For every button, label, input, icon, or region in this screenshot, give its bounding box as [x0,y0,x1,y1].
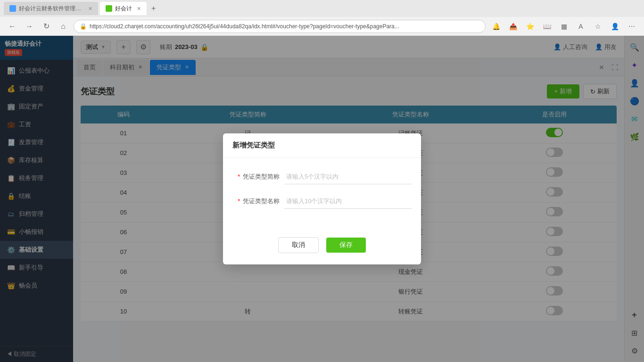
save-button[interactable]: 保存 [326,238,366,253]
browser-tab-2-label: 好会计 [115,5,132,13]
field-abbr-input[interactable] [284,169,412,184]
tab-favicon-1 [9,5,16,12]
browser-tab-2[interactable]: 好会计 ✕ [100,2,147,15]
field-abbr-label: 凭证类型简称 [243,173,280,180]
extensions-btn[interactable]: 🔔 [489,20,503,33]
translate-btn[interactable]: A [574,20,587,33]
form-label-name: * 凭证类型名称 [232,197,284,206]
home-button[interactable]: ⌂ [57,20,70,33]
cancel-button[interactable]: 取消 [278,237,319,253]
url-bar[interactable]: 🔒 https://cloud2.chanjet.com/accounting/… [74,20,486,33]
modal-header: 新增凭证类型 [223,133,421,158]
reading-btn[interactable]: 📖 [540,20,553,33]
modal-overlay: 新增凭证类型 * 凭证类型简称 * 凭证类型名称 取消 [0,36,644,362]
modal-footer: 取消 保存 [223,230,421,264]
form-row-abbr: * 凭证类型简称 [232,169,412,184]
share-btn[interactable]: 📤 [506,20,520,33]
save-label: 保存 [339,241,353,248]
back-button[interactable]: ← [6,20,19,33]
profile-btn[interactable]: 👤 [608,20,621,33]
reload-button[interactable]: ↻ [40,20,53,33]
modal-title: 新增凭证类型 [232,141,275,149]
menu-btn[interactable]: ⋯ [625,20,638,33]
lock-icon: 🔒 [80,23,87,30]
modal-body: * 凭证类型简称 * 凭证类型名称 [223,158,421,230]
form-row-name: * 凭证类型名称 [232,194,412,209]
browser-tab-1[interactable]: 好会计云财务软件管理系统_会计 ✕ [4,2,98,15]
collections-btn[interactable]: ☆ [591,20,604,33]
browser-chrome: 好会计云财务软件管理系统_会计 ✕ 好会计 ✕ + ← → ↻ ⌂ 🔒 http… [0,0,644,36]
tab-favicon-2 [106,5,112,12]
sidebar-btn[interactable]: ▦ [557,20,570,33]
field-name-input[interactable] [284,194,412,209]
tab-bar: 好会计云财务软件管理系统_会计 ✕ 好会计 ✕ + [0,0,644,17]
url-text: https://cloud2.chanjet.com/accounting/uh… [90,23,399,30]
browser-tab-1-label: 好会计云财务软件管理系统_会计 [19,5,83,13]
required-mark-abbr: * [238,173,240,180]
cancel-label: 取消 [292,241,305,248]
favorites-btn[interactable]: ⭐ [523,20,537,33]
address-bar: ← → ↻ ⌂ 🔒 https://cloud2.chanjet.com/acc… [0,17,644,36]
browser-tab-2-close[interactable]: ✕ [137,6,141,12]
forward-button[interactable]: → [23,20,36,33]
browser-tab-1-close[interactable]: ✕ [88,6,92,12]
field-name-label: 凭证类型名称 [243,197,280,205]
required-mark-name: * [238,197,240,205]
new-tab-button[interactable]: + [149,4,158,13]
form-label-abbr: * 凭证类型简称 [232,173,284,181]
new-voucher-type-modal: 新增凭证类型 * 凭证类型简称 * 凭证类型名称 取消 [223,133,421,264]
